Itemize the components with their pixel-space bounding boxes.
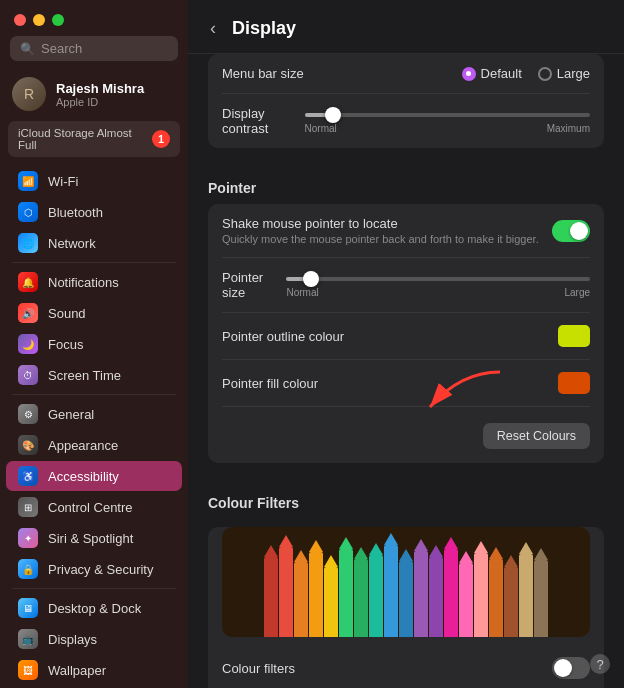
sidebar-item-wallpaper[interactable]: 🖼 Wallpaper — [6, 655, 182, 685]
menubar-size-card: Menu bar size Default Large Display co — [208, 54, 604, 148]
sidebar-label-desktop: Desktop & Dock — [48, 601, 141, 616]
user-profile[interactable]: R Rajesh Mishra Apple ID — [0, 71, 188, 121]
pointer-section-header: Pointer — [208, 164, 604, 204]
sidebar-item-focus[interactable]: 🌙 Focus — [6, 329, 182, 359]
screentime-icon: ⏱ — [18, 365, 38, 385]
display-contrast-label: Display contrast — [222, 106, 305, 136]
sidebar-label-privacy: Privacy & Security — [48, 562, 153, 577]
network-icon: 🌐 — [18, 233, 38, 253]
sidebar-divider-1 — [12, 262, 176, 263]
sidebar-item-wifi[interactable]: 📶 Wi-Fi — [6, 166, 182, 196]
sidebar-item-desktop[interactable]: 🖥 Desktop & Dock — [6, 593, 182, 623]
user-apple-id: Apple ID — [56, 96, 144, 108]
pencil — [384, 533, 398, 637]
sidebar-item-controlcentre[interactable]: ⊞ Control Centre — [6, 492, 182, 522]
menubar-large-radio[interactable] — [538, 67, 552, 81]
pointer-size-track[interactable] — [286, 277, 590, 281]
pencil — [444, 537, 458, 637]
main-panel: ‹ Display Menu bar size Default Large — [188, 0, 624, 688]
user-name: Rajesh Mishra — [56, 81, 144, 96]
sidebar-scroll: 📶 Wi-Fi ⬡ Bluetooth 🌐 Network 🔔 Notifica… — [0, 165, 188, 688]
bluetooth-icon: ⬡ — [18, 202, 38, 222]
menubar-default-option[interactable]: Default — [462, 66, 522, 81]
sidebar-label-siri: Siri & Spotlight — [48, 531, 133, 546]
displays-icon: 📺 — [18, 629, 38, 649]
sidebar-item-screentime[interactable]: ⏱ Screen Time — [6, 360, 182, 390]
pencil — [459, 551, 473, 637]
sidebar-item-network[interactable]: 🌐 Network — [6, 228, 182, 258]
back-button[interactable]: ‹ — [204, 16, 222, 41]
sidebar-label-accessibility: Accessibility — [48, 469, 119, 484]
icloud-badge: 1 — [152, 130, 170, 148]
focus-icon: 🌙 — [18, 334, 38, 354]
sidebar-divider-3 — [12, 588, 176, 589]
menubar-default-label: Default — [481, 66, 522, 81]
close-button[interactable] — [14, 14, 26, 26]
colour-filters-toggle[interactable] — [552, 657, 590, 679]
sidebar-item-sound[interactable]: 🔊 Sound — [6, 298, 182, 328]
menubar-default-radio[interactable] — [462, 67, 476, 81]
contrast-slider-track[interactable] — [305, 113, 590, 117]
contrast-slider-thumb[interactable] — [325, 107, 341, 123]
pointer-outline-row: Pointer outline colour — [222, 313, 590, 360]
reset-colours-button[interactable]: Reset Colours — [483, 423, 590, 449]
sidebar-label-displays: Displays — [48, 632, 97, 647]
shake-mouse-row: Shake mouse pointer to locate Quickly mo… — [222, 204, 590, 258]
sidebar-item-appearance[interactable]: 🎨 Appearance — [6, 430, 182, 460]
menubar-large-label: Large — [557, 66, 590, 81]
shake-mouse-label: Shake mouse pointer to locate — [222, 216, 539, 231]
display-contrast-slider[interactable]: Normal Maximum — [305, 109, 590, 134]
pencil — [339, 537, 353, 637]
pointer-size-slider[interactable]: Normal Large — [286, 273, 590, 298]
maximize-button[interactable] — [52, 14, 64, 26]
contrast-slider-labels: Normal Maximum — [305, 123, 590, 134]
pencil — [414, 539, 428, 637]
pointer-outline-swatch[interactable] — [558, 325, 590, 347]
sidebar-item-notifications[interactable]: 🔔 Notifications — [6, 267, 182, 297]
menubar-size-radio-group: Default Large — [462, 66, 590, 81]
pointer-fill-row: Pointer fill colour — [222, 360, 590, 407]
help-button[interactable]: ? — [590, 654, 610, 674]
sidebar-label-general: General — [48, 407, 94, 422]
sidebar-item-general[interactable]: ⚙ General — [6, 399, 182, 429]
user-info: Rajesh Mishra Apple ID — [56, 81, 144, 108]
privacy-icon: 🔒 — [18, 559, 38, 579]
sidebar-divider-2 — [12, 394, 176, 395]
general-icon: ⚙ — [18, 404, 38, 424]
desktop-icon: 🖥 — [18, 598, 38, 618]
avatar: R — [12, 77, 46, 111]
sidebar-item-privacy[interactable]: 🔒 Privacy & Security — [6, 554, 182, 584]
sidebar-item-displays[interactable]: 📺 Displays — [6, 624, 182, 654]
pencil — [354, 547, 368, 637]
sidebar-item-bluetooth[interactable]: ⬡ Bluetooth — [6, 197, 182, 227]
sidebar-label-focus: Focus — [48, 337, 83, 352]
menubar-large-option[interactable]: Large — [538, 66, 590, 81]
sidebar-label-bluetooth: Bluetooth — [48, 205, 103, 220]
display-contrast-row: Display contrast Normal Maximum — [222, 94, 590, 148]
pencil — [534, 548, 548, 637]
pencil — [294, 550, 308, 637]
search-input[interactable] — [41, 41, 168, 56]
reset-colours-container: Reset Colours — [222, 407, 590, 463]
shake-mouse-toggle[interactable] — [552, 220, 590, 242]
pencil — [489, 547, 503, 637]
pointer-fill-swatch[interactable] — [558, 372, 590, 394]
sound-icon: 🔊 — [18, 303, 38, 323]
colour-filters-toggle-knob — [554, 659, 572, 677]
menubar-size-label: Menu bar size — [222, 66, 304, 81]
minimize-button[interactable] — [33, 14, 45, 26]
sidebar-item-accessibility[interactable]: ♿ Accessibility — [6, 461, 182, 491]
sidebar-label-screentime: Screen Time — [48, 368, 121, 383]
icloud-banner[interactable]: iCloud Storage Almost Full 1 — [8, 121, 180, 157]
search-box[interactable]: 🔍 — [10, 36, 178, 61]
pointer-size-row: Pointer size Normal Large — [222, 258, 590, 313]
sidebar-label-wifi: Wi-Fi — [48, 174, 78, 189]
sidebar-item-siri[interactable]: ✦ Siri & Spotlight — [6, 523, 182, 553]
pencil — [309, 540, 323, 637]
pointer-size-thumb[interactable] — [303, 271, 319, 287]
notifications-icon: 🔔 — [18, 272, 38, 292]
colour-filters-illustration — [222, 527, 590, 637]
sidebar-label-wallpaper: Wallpaper — [48, 663, 106, 678]
shake-mouse-desc: Quickly move the mouse pointer back and … — [222, 233, 539, 245]
pointer-size-min-label: Normal — [286, 287, 318, 298]
